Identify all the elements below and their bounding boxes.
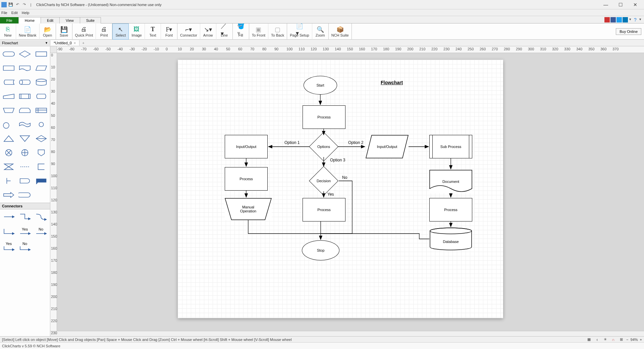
- help-dropdown-icon[interactable]: ▾: [639, 17, 642, 22]
- grid-icon[interactable]: ▦: [586, 337, 592, 343]
- shape-multi-doc[interactable]: [17, 161, 32, 172]
- zoom-level[interactable]: 94%: [631, 338, 638, 342]
- node-io-right[interactable]: Input/Output: [366, 135, 409, 158]
- node-decision[interactable]: Decision: [309, 166, 338, 196]
- facebook-icon[interactable]: [610, 17, 616, 22]
- guides-icon[interactable]: ⊞: [618, 337, 624, 343]
- shape-tape[interactable]: [17, 119, 32, 130]
- node-process-left[interactable]: Process: [225, 167, 268, 191]
- arrow-button[interactable]: ↘▾Arrow: [200, 23, 216, 40]
- connector-curved[interactable]: [34, 211, 48, 222]
- maximize-button[interactable]: ☐: [613, 0, 628, 9]
- shape-connector[interactable]: [1, 119, 16, 130]
- save-button[interactable]: 💾Save: [56, 23, 72, 40]
- to-back-button[interactable]: ▢To Back: [268, 23, 287, 40]
- to-front-button[interactable]: ▣To Front: [249, 23, 268, 40]
- social-dropdown-icon[interactable]: ▾: [629, 17, 632, 22]
- connector-no[interactable]: No: [34, 226, 48, 237]
- shape-stored-data[interactable]: [1, 77, 16, 88]
- shape-sort[interactable]: [34, 133, 49, 144]
- page[interactable]: Flowchart Start Process Options Input/Ou…: [178, 60, 503, 318]
- connector-straight[interactable]: [1, 211, 16, 222]
- quick-print-button[interactable]: 🖨Quick Print: [72, 23, 96, 40]
- shape-extract[interactable]: [1, 133, 16, 144]
- save-icon[interactable]: 💾: [8, 2, 13, 7]
- shape-subprocess[interactable]: [17, 91, 32, 102]
- undo-icon[interactable]: ↶: [15, 2, 20, 7]
- tab-file[interactable]: File: [0, 17, 19, 23]
- shape-rounded[interactable]: [17, 189, 32, 201]
- print-button[interactable]: 🖨Print: [96, 23, 112, 40]
- shape-collate[interactable]: [1, 161, 16, 172]
- zoom-button[interactable]: 🔍Zoom: [312, 23, 328, 40]
- node-manual-op[interactable]: Manual Operation: [225, 198, 272, 220]
- node-process-mid[interactable]: Process: [303, 198, 345, 221]
- shape-document[interactable]: [17, 62, 32, 74]
- close-button[interactable]: ✕: [628, 0, 643, 9]
- tab-view[interactable]: View: [59, 17, 80, 23]
- gplus-icon[interactable]: [604, 17, 610, 22]
- connector-elbow[interactable]: [17, 211, 32, 222]
- new-button[interactable]: ⎘New: [0, 23, 16, 40]
- menu-file[interactable]: File: [1, 11, 7, 15]
- connector-yes-elbow[interactable]: Yes: [1, 241, 16, 252]
- shape-arrow-right[interactable]: [1, 189, 16, 201]
- node-database[interactable]: Database: [429, 228, 472, 250]
- linkedin-icon[interactable]: [623, 17, 628, 22]
- redo-icon[interactable]: ↷: [21, 2, 27, 7]
- tab-home[interactable]: Home: [18, 17, 41, 23]
- node-stop[interactable]: Stop: [302, 240, 339, 260]
- twitter-icon[interactable]: [616, 17, 622, 22]
- shape-loop-limit[interactable]: [17, 105, 32, 116]
- menu-edit[interactable]: Edit: [11, 11, 18, 15]
- connector-elbow2[interactable]: [1, 226, 16, 237]
- shape-direct-data[interactable]: [17, 77, 32, 88]
- image-button[interactable]: 🖼Image: [129, 23, 145, 40]
- shape-terminator[interactable]: [1, 48, 16, 60]
- buy-online-button[interactable]: Buy Online: [616, 28, 641, 35]
- node-options[interactable]: Options: [309, 132, 338, 161]
- node-document[interactable]: Document: [429, 170, 472, 193]
- canvas[interactable]: Flowchart Start Process Options Input/Ou…: [57, 53, 644, 331]
- shape-annotation[interactable]: [34, 161, 49, 172]
- node-start[interactable]: Start: [304, 76, 337, 95]
- shape-database[interactable]: [34, 77, 49, 88]
- magnet-icon[interactable]: ∩: [610, 337, 616, 343]
- text-button[interactable]: TText: [145, 23, 161, 40]
- fill-button[interactable]: 🪣▾Fill: [233, 23, 249, 40]
- zoom-out-button[interactable]: −: [626, 338, 628, 342]
- horizontal-scrollbar[interactable]: [50, 331, 644, 336]
- new-tab-button[interactable]: +: [79, 41, 87, 45]
- shape-small-circle[interactable]: [34, 119, 49, 130]
- connector-yes[interactable]: Yes: [17, 226, 32, 237]
- node-subprocess[interactable]: Sub Process: [429, 135, 472, 158]
- tab-edit[interactable]: Edit: [41, 17, 60, 23]
- document-tab[interactable]: *Untitled_0 ×: [50, 40, 79, 46]
- new-blank-button[interactable]: 📄New Blank: [16, 23, 40, 40]
- shape-bracket-r[interactable]: [1, 175, 16, 187]
- shape-data[interactable]: [34, 62, 49, 74]
- tab-suite[interactable]: Suite: [80, 17, 101, 23]
- gear-icon[interactable]: ✳: [602, 337, 608, 343]
- menu-help[interactable]: Help: [22, 11, 30, 15]
- connector-no-elbow[interactable]: No: [17, 241, 32, 252]
- shape-display[interactable]: [34, 91, 49, 102]
- connector-button[interactable]: ⌐▾Connector: [177, 23, 200, 40]
- nch-suite-button[interactable]: 📦NCH Suite: [329, 23, 352, 40]
- page-setup-button[interactable]: 📄▾Page Setup: [287, 23, 312, 40]
- shape-merge[interactable]: [17, 133, 32, 144]
- node-process-right[interactable]: Process: [429, 198, 472, 221]
- node-io-left[interactable]: Input/Output: [225, 135, 268, 158]
- chart-title[interactable]: Flowchart: [381, 80, 403, 85]
- shape-callout[interactable]: [34, 175, 49, 187]
- shape-manual-op[interactable]: [1, 105, 16, 116]
- close-tab-icon[interactable]: ×: [74, 41, 76, 45]
- shape-or[interactable]: [1, 147, 16, 158]
- shape-manual-input[interactable]: [1, 91, 16, 102]
- shape-process[interactable]: [34, 48, 49, 60]
- shape-card[interactable]: [1, 62, 16, 74]
- minimize-button[interactable]: —: [598, 0, 613, 9]
- snap-icon[interactable]: ⫞: [594, 337, 600, 343]
- shape-internal-storage[interactable]: [34, 105, 49, 116]
- line-button[interactable]: ／▾Line: [216, 23, 232, 40]
